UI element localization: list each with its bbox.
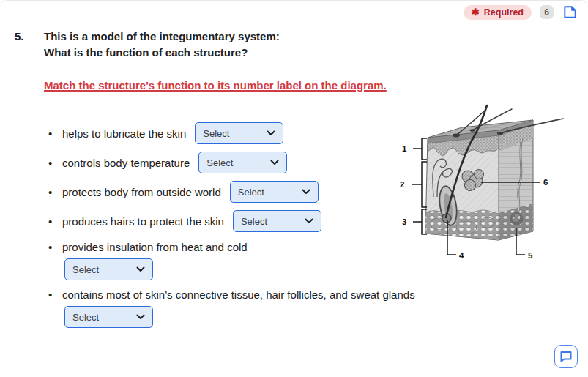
hypodermis-layer — [425, 210, 499, 240]
bullet-dot: • — [48, 215, 62, 228]
match-row: • contains most of skin’s connective tis… — [44, 287, 513, 328]
bullet-dot: • — [48, 186, 62, 198]
question-line-1: This is a model of the integumentary sys… — [44, 29, 280, 45]
required-badge: ✱ Required — [464, 5, 532, 20]
match-row-label: helps to lubricate the skin — [62, 127, 186, 140]
function-select-5[interactable]: Select — [64, 258, 153, 280]
bullet-dot: • — [48, 288, 62, 301]
chevron-down-icon — [270, 160, 279, 165]
chevron-down-icon — [302, 189, 310, 195]
bullet-dot: • — [48, 241, 62, 253]
page-file-button[interactable] — [562, 4, 578, 20]
match-row-label: contains most of skin’s connective tissu… — [62, 288, 415, 301]
file-icon — [562, 4, 578, 20]
skin-model-illustration: 1 2 3 4 5 6 — [392, 103, 588, 272]
match-row-label: controls body temperature — [62, 157, 190, 169]
skin-diagram: 1 2 3 4 5 6 — [392, 103, 588, 272]
diagram-label-6: 6 — [543, 178, 548, 187]
match-instruction: Match the structure's function to its nu… — [44, 79, 387, 92]
diagram-label-4: 4 — [459, 251, 464, 260]
comment-button[interactable] — [554, 345, 578, 368]
question-line-2: What is the function of each structure? — [44, 45, 280, 61]
question-number: 5. — [15, 29, 44, 61]
quiz-question-card: ✱ Required 6 5. This is a model of the i… — [0, 0, 588, 377]
match-row-label: produces hairs to protect the skin — [62, 215, 224, 228]
select-value: Select — [72, 264, 99, 275]
bullet-dot: • — [48, 157, 62, 169]
chevron-down-icon — [305, 218, 313, 224]
question-text: This is a model of the integumentary sys… — [44, 29, 280, 61]
select-value: Select — [203, 128, 229, 139]
asterisk-icon: ✱ — [472, 7, 480, 17]
block-front-face — [425, 130, 499, 240]
diagram-label-2: 2 — [400, 180, 404, 189]
match-row-label: provides insulation from heat and cold — [62, 241, 248, 253]
select-value: Select — [238, 187, 264, 198]
select-value: Select — [206, 157, 233, 168]
function-select-1[interactable]: Select — [195, 122, 283, 144]
comment-icon — [559, 351, 573, 362]
required-label: Required — [484, 7, 524, 18]
function-select-2[interactable]: Select — [198, 152, 287, 173]
chevron-down-icon — [267, 130, 275, 136]
question-count-badge: 6 — [540, 5, 554, 19]
chevron-down-icon — [136, 266, 145, 272]
bullet-dot: • — [48, 127, 62, 140]
chevron-down-icon — [136, 314, 145, 320]
function-select-4[interactable]: Select — [233, 210, 321, 232]
diagram-label-1: 1 — [402, 144, 407, 153]
question-topbar: ✱ Required 6 — [464, 4, 578, 20]
function-select-3[interactable]: Select — [230, 181, 319, 203]
select-value: Select — [241, 216, 267, 227]
question-block: 5. This is a model of the integumentary … — [15, 29, 280, 61]
select-value: Select — [72, 312, 99, 323]
match-row-label: protects body from outside world — [62, 186, 221, 198]
diagram-label-5: 5 — [528, 251, 533, 260]
function-select-6[interactable]: Select — [64, 306, 153, 328]
diagram-label-3: 3 — [402, 217, 406, 226]
